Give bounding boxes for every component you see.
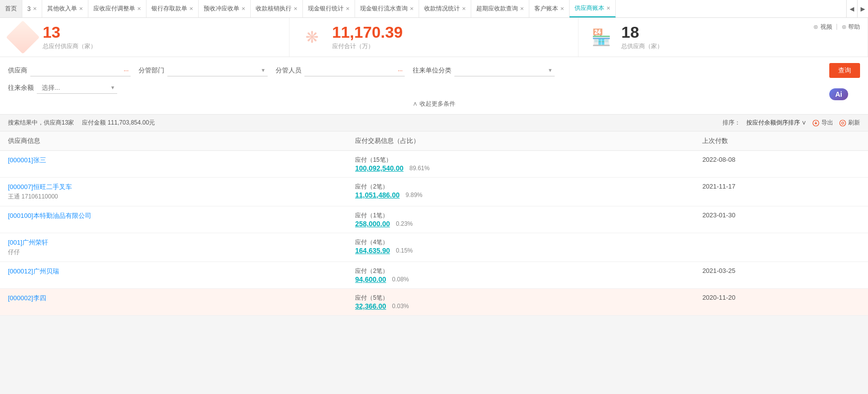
close-icon[interactable]: ✕ xyxy=(606,5,610,11)
nav-tab-cash-flow[interactable]: 现金银行流水查询 ✕ xyxy=(355,0,419,17)
tx-amount[interactable]: 32,366.00 xyxy=(355,302,386,310)
tx-amount[interactable]: 11,051,486.00 xyxy=(355,191,400,199)
close-icon[interactable]: ✕ xyxy=(346,6,350,11)
store-icon: 🏪 xyxy=(588,24,614,50)
tx-percent: 9.89% xyxy=(406,192,423,198)
export-button[interactable]: 导出 xyxy=(812,119,833,127)
refresh-label: 刷新 xyxy=(848,119,860,127)
close-icon[interactable]: ✕ xyxy=(293,6,297,11)
tx-percent: 0.15% xyxy=(396,247,413,254)
nav-tab-prepay-ar[interactable]: 预收冲应收单 ✕ xyxy=(199,0,251,17)
supplier-dots-icon[interactable]: ··· xyxy=(124,67,129,74)
nav-tab-cash-bank-stat[interactable]: 现金银行统计 ✕ xyxy=(303,0,355,17)
wheat-icon: ❋ xyxy=(299,24,325,50)
supplier-filter: 供应商 ··· xyxy=(8,65,131,76)
dept-filter: 分管部门 ▼ xyxy=(139,65,268,76)
ai-button[interactable]: Ai xyxy=(829,88,848,100)
sort-label: 排序： xyxy=(723,119,740,127)
tx-amount[interactable]: 94,600.00 xyxy=(355,275,386,283)
nav-tab-customer-ledger[interactable]: 客户账本 ✕ xyxy=(529,0,570,17)
table-row: [000001]张三应付（15笔）100,092,540.0089.61%202… xyxy=(0,151,868,178)
close-icon[interactable]: ✕ xyxy=(79,6,83,11)
nav-tab-ar-ap-adjust[interactable]: 应收应付调整单 ✕ xyxy=(88,0,146,17)
supplier-input[interactable] xyxy=(32,66,122,75)
col-last-payment: 上次付数 xyxy=(694,131,868,151)
header-stats: 13 总应付供应商（家） ❋ 11,170.39 应付合计（万） 🏪 18 总供… xyxy=(0,18,868,57)
collapse-bar[interactable]: ∧ 收起更多条件 xyxy=(8,98,860,110)
supplier-cell: [000012]广州贝瑞 xyxy=(0,262,347,289)
supplier-input-wrapper: ··· xyxy=(30,65,131,76)
category-input[interactable] xyxy=(456,66,546,75)
supplier-cell: [000001]张三 xyxy=(0,151,347,178)
nav-tab-overdue-ar[interactable]: 超期应收款查询 ✕ xyxy=(471,0,529,17)
close-icon[interactable]: ✕ xyxy=(520,6,524,11)
nav-tab-receipt-stat[interactable]: 收款情况统计 ✕ xyxy=(419,0,471,17)
supplier-link[interactable]: [000007]恒旺二手叉车 xyxy=(8,183,72,191)
export-icon xyxy=(812,120,819,127)
dept-input-wrapper: ▼ xyxy=(167,65,268,76)
header-right-links: ⊙ 视频 | ⊙ 帮助 xyxy=(813,23,860,31)
person-input[interactable] xyxy=(306,66,396,75)
table-row: [000100]本特勤油品有限公司应付（1笔）258,000.000.23%20… xyxy=(0,206,868,233)
nav-tab-receipt-exec[interactable]: 收款核销执行 ✕ xyxy=(251,0,303,17)
close-icon[interactable]: ✕ xyxy=(560,6,564,11)
balance-label: 往来余额 xyxy=(8,83,34,92)
supplier-link[interactable]: [001]广州荣轩 xyxy=(8,239,48,246)
nav-tab-bank-deposit-label: 银行存取款单 xyxy=(151,4,187,13)
balance-input[interactable] xyxy=(39,83,108,92)
tx-amount[interactable]: 164,635.90 xyxy=(355,247,390,255)
balance-dropdown-icon[interactable]: ▼ xyxy=(110,85,115,90)
supplier-link[interactable]: [000012]广州贝瑞 xyxy=(8,267,59,275)
dept-input[interactable] xyxy=(169,66,259,75)
results-summary-amount: 应付金额 111,703,854.00元 xyxy=(82,119,155,127)
last-payment-cell: 2023-01-30 xyxy=(694,206,868,233)
close-icon[interactable]: ✕ xyxy=(462,6,466,11)
nav-prev-button[interactable]: ◀ xyxy=(846,0,857,18)
close-icon[interactable]: ✕ xyxy=(189,6,193,11)
results-bar: 搜索结果中，供应商13家 应付金额 111,703,854.00元 排序： 按应… xyxy=(0,115,868,131)
supplier-link[interactable]: [000100]本特勤油品有限公司 xyxy=(8,212,91,219)
nav-tab-receipt-exec-label: 收款核销执行 xyxy=(256,4,291,13)
close-icon[interactable]: ✕ xyxy=(33,6,37,11)
diamond-icon xyxy=(10,24,36,50)
nav-next-button[interactable]: ▶ xyxy=(857,0,868,18)
payable-total-number: 11,170.39 xyxy=(332,24,403,41)
nav-tab-bank-deposit[interactable]: 银行存取款单 ✕ xyxy=(146,0,199,17)
query-button[interactable]: 查询 xyxy=(829,63,860,78)
dept-dropdown-icon[interactable]: ▼ xyxy=(261,67,266,73)
refresh-button[interactable]: 刷新 xyxy=(839,119,860,127)
table-row: [001]广州荣轩仔仔应付（4笔）164,635.900.15% xyxy=(0,233,868,262)
table-row: [000012]广州贝瑞应付（2笔）94,600.000.08%2021-03-… xyxy=(0,262,868,289)
nav-tab-3-label: 3 xyxy=(27,5,31,12)
supplier-cell: [001]广州荣轩仔仔 xyxy=(0,233,347,262)
tx-amount[interactable]: 100,092,540.00 xyxy=(355,164,403,172)
supplier-cell: [000002]李四 xyxy=(0,289,347,316)
tx-percent: 0.08% xyxy=(392,276,409,283)
supplier-table: 供应商信息 应付交易信息（占比） 上次付数 [000001]张三应付（15笔）1… xyxy=(0,131,868,316)
tx-label: 应付（4笔） xyxy=(355,238,686,247)
nav-tab-3[interactable]: 3 ✕ xyxy=(22,0,42,17)
supplier-label: 供应商 xyxy=(8,66,27,75)
collapse-text: ∧ 收起更多条件 xyxy=(413,100,455,107)
top-navigation: 首页 3 ✕ 其他收入单 ✕ 应收应付调整单 ✕ 银行存取款单 ✕ 预收冲应收单… xyxy=(0,0,868,18)
supplier-cell: [000100]本特勤油品有限公司 xyxy=(0,206,347,233)
supplier-link[interactable]: [000001]张三 xyxy=(8,156,46,164)
video-link[interactable]: ⊙ 视频 xyxy=(813,23,832,31)
tx-amount[interactable]: 258,000.00 xyxy=(355,220,390,228)
nav-tab-supplier-ledger[interactable]: 供应商账本 ✕ xyxy=(570,0,616,17)
close-icon[interactable]: ✕ xyxy=(241,6,245,11)
nav-tab-home[interactable]: 首页 xyxy=(0,0,22,17)
category-dropdown-icon[interactable]: ▼ xyxy=(548,67,553,73)
nav-tab-supplier-ledger-label: 供应商账本 xyxy=(575,4,604,12)
nav-tab-other-income[interactable]: 其他收入单 ✕ xyxy=(42,0,88,17)
tx-label: 应付（2笔） xyxy=(355,267,686,275)
supplier-link[interactable]: [000002]李四 xyxy=(8,294,46,302)
payable-total-label: 应付合计（万） xyxy=(332,42,403,51)
person-dots-icon[interactable]: ··· xyxy=(398,67,403,74)
sort-value[interactable]: 按应付余额倒序排序 ∨ xyxy=(746,119,806,127)
help-link[interactable]: ⊙ 帮助 xyxy=(842,23,860,31)
close-icon[interactable]: ✕ xyxy=(410,6,414,11)
category-filter: 往来单位分类 ▼ xyxy=(413,65,555,76)
close-icon[interactable]: ✕ xyxy=(137,6,141,11)
total-suppliers-label: 总供应商（家） xyxy=(621,42,663,51)
